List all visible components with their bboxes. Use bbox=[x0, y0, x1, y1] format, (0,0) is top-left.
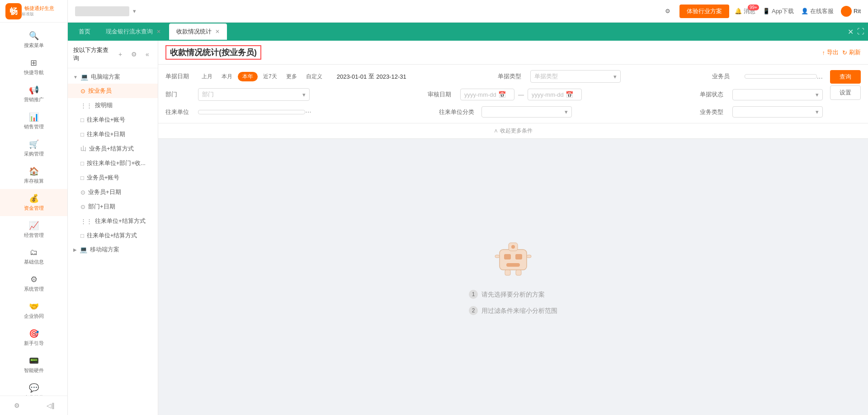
win-close-icon[interactable]: ✕ bbox=[848, 28, 854, 36]
scheme-item-by_salesman[interactable]: ⊙按业务员 bbox=[68, 84, 158, 98]
logo-icon: 畅 bbox=[5, 3, 22, 19]
salesman-more-icon[interactable]: ... bbox=[817, 72, 823, 80]
audit-start-input[interactable]: yyyy-mm-dd 📅 bbox=[460, 89, 514, 100]
sidebar-item-wechat[interactable]: 💬企业微信 bbox=[0, 378, 67, 396]
scheme-item-icon-dept_date: ⊙ bbox=[80, 203, 85, 210]
tab-receipt[interactable]: 收款情况统计 ✕ bbox=[169, 24, 227, 40]
online-service-area[interactable]: 👤 在线客服 bbox=[801, 7, 834, 15]
sidebar-item-operations[interactable]: 📈经营管理 bbox=[0, 216, 67, 243]
sidebar-item-basic_info[interactable]: 🗂基础信息 bbox=[0, 243, 67, 270]
main-area: ▾ ⚙ 体验行业方案 🔔 99+ 消息 📱 App下载 👤 在线客服 Rit bbox=[68, 0, 868, 415]
purchase-icon: 🛒 bbox=[29, 139, 39, 149]
doc-type-label: 单据类型 bbox=[498, 72, 523, 80]
scheme-item-icon-partner_dept: □ bbox=[80, 160, 84, 167]
scheme-item-partner_payment2[interactable]: ⋮⋮往来单位+结算方式 bbox=[68, 214, 158, 228]
tab-bank-close[interactable]: ✕ bbox=[156, 28, 161, 35]
app-download-icon: 📱 bbox=[763, 8, 770, 14]
system-label: 系统管理 bbox=[24, 286, 44, 292]
svg-rect-8 bbox=[505, 270, 510, 275]
date-end: 2023-12-31 bbox=[376, 73, 406, 80]
collapse-button[interactable]: ∧ 收起更多条件 bbox=[494, 127, 532, 135]
notification-area[interactable]: 🔔 99+ 消息 bbox=[735, 7, 755, 15]
app-download-area[interactable]: 📱 App下载 bbox=[763, 7, 794, 15]
doc-status-select[interactable]: ▾ bbox=[732, 89, 823, 100]
settings-footer-icon[interactable]: ⚙ bbox=[12, 401, 22, 410]
scheme-item-partner_date[interactable]: □往来单位+日期 bbox=[68, 127, 158, 141]
guide-icon: 🎯 bbox=[29, 329, 39, 339]
sidebar-item-quick_nav[interactable]: ⊞快捷导航 bbox=[0, 53, 67, 80]
doc-type-select[interactable]: 单据类型 ▾ bbox=[530, 70, 621, 83]
add-scheme-button[interactable]: + bbox=[115, 49, 125, 59]
sidebar-item-hardware[interactable]: 📟智能硬件 bbox=[0, 351, 67, 378]
scheme-group-header-desktop[interactable]: ▼💻电脑端方案 bbox=[68, 70, 158, 84]
date-tab-last-month[interactable]: 上月 bbox=[198, 72, 216, 81]
online-service-label: 在线客服 bbox=[810, 7, 834, 15]
export-label: 导出 bbox=[827, 48, 839, 57]
company-dropdown-arrow[interactable]: ▾ bbox=[133, 8, 136, 14]
scheme-group-header-mobile[interactable]: ▶💻移动端方案 bbox=[68, 243, 158, 256]
scheme-settings-icon[interactable]: ⚙ bbox=[129, 49, 139, 59]
date-tab-more[interactable]: 更多 bbox=[283, 72, 301, 81]
user-info-area[interactable]: Rit bbox=[841, 6, 861, 17]
empty-state: 1 请先选择要分析的方案 2 用过滤条件来缩小分析范围 bbox=[158, 139, 868, 415]
tab-bank[interactable]: 现金银行流水查询 ✕ bbox=[99, 24, 168, 40]
trial-button[interactable]: 体验行业方案 bbox=[679, 5, 729, 18]
filter-settings-button[interactable]: 设置 bbox=[830, 85, 861, 100]
scheme-item-salesman_date[interactable]: ⊙业务员+日期 bbox=[68, 185, 158, 199]
audit-end-calendar[interactable]: 📅 bbox=[566, 91, 573, 98]
sidebar-item-marketing[interactable]: 📢营销推广 bbox=[0, 80, 67, 108]
refresh-button[interactable]: ↻ 刷新 bbox=[842, 48, 861, 57]
inventory-icon: 🏠 bbox=[29, 166, 39, 176]
step-1: 1 请先选择要分析的方案 bbox=[469, 288, 557, 301]
scheme-item-dept_date[interactable]: ⊙部门+日期 bbox=[68, 199, 158, 214]
partner-input[interactable] bbox=[198, 110, 305, 114]
export-button[interactable]: ↑ 导出 bbox=[822, 48, 839, 57]
audit-start-value: yyyy-mm-dd bbox=[464, 91, 496, 98]
sidebar-item-guide[interactable]: 🎯新手引导 bbox=[0, 324, 67, 351]
scheme-item-salesman_account[interactable]: □业务员+账号 bbox=[68, 170, 158, 185]
scheme-group-mobile: ▶💻移动端方案 bbox=[68, 243, 158, 256]
tab-home[interactable]: 首页 bbox=[71, 24, 98, 40]
search-label: 搜索菜单 bbox=[24, 42, 44, 49]
dept-select[interactable]: 部门 ▾ bbox=[198, 88, 310, 101]
scheme-item-salesman_payment[interactable]: 山业务员+结算方式 bbox=[68, 141, 158, 156]
sidebar-item-inventory[interactable]: 🏠库存核算 bbox=[0, 162, 67, 189]
scheme-item-by_detail[interactable]: ⋮⋮按明细 bbox=[68, 98, 158, 113]
tab-bank-label: 现金银行流水查询 bbox=[106, 28, 153, 36]
sidebar-item-sales[interactable]: 📊销售管理 bbox=[0, 108, 67, 135]
salesman-input[interactable] bbox=[745, 74, 817, 79]
partner-more-icon[interactable]: ··· bbox=[305, 108, 311, 116]
biz-type-select[interactable]: ▾ bbox=[732, 106, 823, 118]
audit-end-input[interactable]: yyyy-mm-dd 📅 bbox=[528, 89, 582, 100]
right-content: 收款情况统计(按业务员) ↑ 导出 ↻ 刷新 bbox=[158, 41, 868, 415]
audit-start-calendar[interactable]: 📅 bbox=[498, 91, 506, 98]
sidebar-item-system[interactable]: ⚙系统管理 bbox=[0, 270, 67, 297]
sidebar-item-finance[interactable]: 💰资金管理 bbox=[0, 189, 67, 216]
partner-category-label: 往来单位分类 bbox=[439, 108, 474, 116]
company-selector[interactable] bbox=[75, 6, 129, 16]
empty-steps: 1 请先选择要分析的方案 2 用过滤条件来缩小分析范围 bbox=[469, 288, 557, 321]
query-button[interactable]: 查询 bbox=[830, 70, 861, 84]
partner-category-select[interactable]: ▾ bbox=[481, 106, 572, 118]
sidebar-item-purchase[interactable]: 🛒采购管理 bbox=[0, 135, 67, 162]
date-tab-custom[interactable]: 自定义 bbox=[302, 72, 326, 81]
partner-category-arrow: ▾ bbox=[565, 108, 568, 115]
scheme-item-partner_account[interactable]: □往来单位+账号 bbox=[68, 113, 158, 127]
gear-icon[interactable]: ⚙ bbox=[661, 5, 674, 18]
cooperation-label: 企业协同 bbox=[24, 313, 44, 320]
collapse-bar: ∧ 收起更多条件 bbox=[158, 123, 868, 139]
doc-type-value: 单据类型 bbox=[534, 72, 558, 80]
tab-receipt-close[interactable]: ✕ bbox=[215, 28, 220, 35]
filter-area: 单据日期 上月 本月 本年 近7天 更多 自定义 2023-01-01 bbox=[158, 65, 868, 123]
win-maximize-icon[interactable]: ⛶ bbox=[857, 28, 864, 36]
sidebar-item-cooperation[interactable]: 🤝企业协同 bbox=[0, 297, 67, 324]
panel-collapse-button[interactable]: « bbox=[142, 49, 152, 59]
date-tab-this-month[interactable]: 本月 bbox=[218, 72, 236, 81]
sidebar-collapse-icon[interactable]: ◁‖ bbox=[46, 401, 56, 410]
date-tab-7days[interactable]: 近7天 bbox=[259, 72, 281, 81]
sidebar-item-search[interactable]: 🔍搜索菜单 bbox=[0, 26, 67, 53]
step-2-text: 用过滤条件来缩小分析范围 bbox=[481, 304, 557, 317]
scheme-item-partner_dept[interactable]: □按往来单位+部门+收... bbox=[68, 156, 158, 170]
date-tab-this-year[interactable]: 本年 bbox=[238, 72, 258, 81]
scheme-item-partner_payment3[interactable]: □往来单位+结算方式 bbox=[68, 228, 158, 243]
